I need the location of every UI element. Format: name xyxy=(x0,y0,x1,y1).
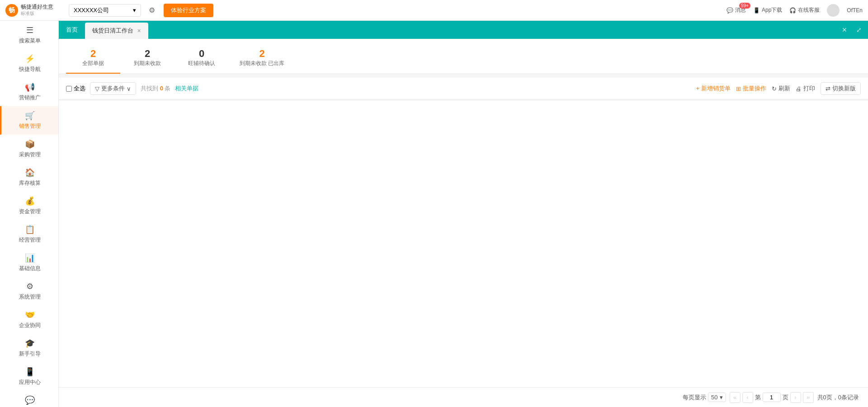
stat-tab-overdue[interactable]: 2 到期未收款 xyxy=(120,44,175,74)
found-unit: 条 xyxy=(165,85,170,92)
quick-nav-icon: ⚡ xyxy=(25,54,35,64)
tab-home[interactable]: 首页 xyxy=(59,21,85,39)
sidebar-label-search: 搜索菜单 xyxy=(19,37,41,45)
switch-version-button[interactable]: ⇄ 切换新版 xyxy=(821,82,861,95)
stat-shipped-label: 到期未收款 已出库 xyxy=(240,60,284,66)
filter-chevron-icon: ∨ xyxy=(127,85,131,92)
select-all-checkbox[interactable]: 全选 xyxy=(66,84,85,93)
avatar[interactable] xyxy=(827,4,840,17)
sidebar-label-finance: 资金管理 xyxy=(19,208,41,215)
app-name: 畅捷通好生意 xyxy=(21,4,53,11)
sidebar-item-purchase[interactable]: 📦 采购管理 xyxy=(0,135,58,163)
prev-page-icon: ‹ xyxy=(746,394,748,401)
sidebar-label-quick-nav: 快捷导航 xyxy=(19,65,41,73)
page-nav: « ‹ 第 页 › » xyxy=(730,392,814,403)
header-right: 💬 消息 99+ 📱 App下载 🎧 在线客服 OfTEn xyxy=(726,4,863,17)
trial-button[interactable]: 体验行业方案 xyxy=(164,4,213,17)
found-count: 0 xyxy=(160,85,163,92)
tab-close-icon[interactable]: ✕ xyxy=(137,28,141,34)
new-sales-order-button[interactable]: + 新增销货单 xyxy=(696,84,731,93)
select-all-label: 全选 xyxy=(74,84,85,93)
sidebar-label-operations: 经营管理 xyxy=(19,236,41,244)
company-name: XXXXXX公司 xyxy=(74,6,109,14)
main-layout: ☰ 搜索菜单 ⚡ 快捷导航 📢 营销推广 🛒 销售管理 📦 采购管理 🏠 库存核… xyxy=(0,21,868,407)
filter-icon: ▽ xyxy=(95,85,99,92)
top-header: 畅 畅捷通好生意 标准版 XXXXXX公司 ▾ ⚙ 体验行业方案 💬 消息 99… xyxy=(0,0,868,21)
search-menu-icon: ☰ xyxy=(26,25,33,35)
stat-pending-number: 0 xyxy=(185,48,218,60)
refresh-button[interactable]: ↻ 刷新 xyxy=(772,84,790,93)
company-selector[interactable]: XXXXXX公司 ▾ xyxy=(69,4,141,17)
switch-icon: ⇄ xyxy=(826,85,830,92)
sidebar-item-enterprise[interactable]: 🤝 企业协同 xyxy=(0,305,58,334)
filter-button[interactable]: ▽ 更多条件 ∨ xyxy=(90,82,136,95)
sidebar-item-operations[interactable]: 📋 经营管理 xyxy=(0,220,58,248)
user-name: OfTEn xyxy=(847,7,863,14)
enterprise-icon: 🤝 xyxy=(25,310,35,320)
stat-tab-pending[interactable]: 0 旺辅待确认 xyxy=(175,44,229,74)
first-page-button[interactable]: « xyxy=(730,392,741,403)
logo-area: 畅 畅捷通好生意 标准版 xyxy=(5,4,64,17)
page-size-value: 50 xyxy=(711,394,717,401)
current-page-input[interactable] xyxy=(763,393,781,402)
sidebar-item-finance[interactable]: 💰 资金管理 xyxy=(0,192,58,220)
batch-operation-button[interactable]: ⊞ 批量操作 xyxy=(736,84,766,93)
tab-close-window-btn[interactable]: ✕ xyxy=(839,24,850,35)
sidebar-item-sales[interactable]: 🛒 销售管理 xyxy=(0,106,58,135)
sidebar-label-purchase: 采购管理 xyxy=(19,151,41,159)
chevron-down-icon: ▾ xyxy=(133,7,136,14)
batch-label: 批量操作 xyxy=(743,84,766,93)
sidebar-label-basic-info: 基础信息 xyxy=(19,265,41,272)
stat-shipped-number: 2 xyxy=(240,48,284,60)
page-suffix: 页 xyxy=(783,393,788,402)
page-label: 第 xyxy=(755,393,761,402)
settings-button[interactable]: ⚙ xyxy=(145,3,159,18)
sidebar-item-inventory[interactable]: 🏠 库存核算 xyxy=(0,163,58,192)
content-area: 首页 钱货日清工作台 ✕ ✕ ⤢ 2 全部单据 2 到期未收款 xyxy=(59,21,868,407)
sidebar-item-basic-info[interactable]: 📊 基础信息 xyxy=(0,248,58,277)
print-button[interactable]: 🖨 打印 xyxy=(796,84,815,93)
sidebar-item-marketing[interactable]: 📢 营销推广 xyxy=(0,78,58,106)
switch-label: 切换新版 xyxy=(832,84,856,93)
online-service-button[interactable]: 🎧 在线客服 xyxy=(789,6,820,14)
sidebar-label-app-center: 应用中心 xyxy=(19,379,41,386)
tab-workspace-label: 钱货日清工作台 xyxy=(92,27,133,35)
stat-tab-all[interactable]: 2 全部单据 xyxy=(66,44,120,74)
found-text: 共找到 0 条 xyxy=(141,84,170,93)
found-prefix: 共找到 xyxy=(141,85,158,92)
sidebar-label-sales: 销售管理 xyxy=(19,122,41,130)
toolbar-right: + 新增销货单 ⊞ 批量操作 ↻ 刷新 🖨 打印 ⇄ xyxy=(696,82,861,95)
tab-expand-btn[interactable]: ⤢ xyxy=(854,24,864,35)
page-content: 2 全部单据 2 到期未收款 0 旺辅待确认 2 到期未收款 已出库 xyxy=(59,39,868,407)
prev-page-button[interactable]: ‹ xyxy=(742,392,753,403)
messages-button[interactable]: 💬 消息 99+ xyxy=(726,6,746,14)
sidebar-item-app-center[interactable]: 📱 应用中心 xyxy=(0,362,58,391)
stat-tab-shipped[interactable]: 2 到期未收款 已出库 xyxy=(229,44,295,74)
app-download-button[interactable]: 📱 App下载 xyxy=(753,6,782,14)
app-center-icon: 📱 xyxy=(25,367,35,377)
next-page-button[interactable]: › xyxy=(790,392,801,403)
related-docs-label[interactable]: 相关单据 xyxy=(175,84,198,93)
stat-all-label: 全部单据 xyxy=(82,60,104,66)
sidebar-label-marketing: 营销推广 xyxy=(19,94,41,102)
sidebar-item-weixin[interactable]: 💬 企业微信 xyxy=(0,391,58,407)
page-size-box[interactable]: 50 ▾ xyxy=(708,393,726,402)
messages-badge: 99+ xyxy=(739,3,750,9)
page-size-label: 每页显示 xyxy=(683,393,706,402)
sidebar-item-quick-nav[interactable]: ⚡ 快捷导航 xyxy=(0,49,58,78)
sidebar-item-guide[interactable]: 🎓 新手引导 xyxy=(0,334,58,362)
marketing-icon: 📢 xyxy=(25,82,35,92)
last-page-button[interactable]: » xyxy=(803,392,814,403)
weixin-icon: 💬 xyxy=(25,395,35,405)
purchase-icon: 📦 xyxy=(25,139,35,149)
stats-tabs: 2 全部单据 2 到期未收款 0 旺辅待确认 2 到期未收款 已出库 xyxy=(59,39,868,74)
select-all-input[interactable] xyxy=(66,86,72,92)
sidebar-item-search[interactable]: ☰ 搜索菜单 xyxy=(0,21,58,49)
refresh-label: 刷新 xyxy=(778,84,790,93)
tab-workspace[interactable]: 钱货日清工作台 ✕ xyxy=(85,23,148,39)
tab-home-label: 首页 xyxy=(66,26,78,34)
sidebar-label-enterprise: 企业协同 xyxy=(19,322,41,329)
pagination-bar: 每页显示 50 ▾ « ‹ 第 页 xyxy=(59,387,868,407)
sidebar-item-system[interactable]: ⚙ 系统管理 xyxy=(0,277,58,305)
tab-bar-actions: ✕ ⤢ xyxy=(839,24,868,35)
